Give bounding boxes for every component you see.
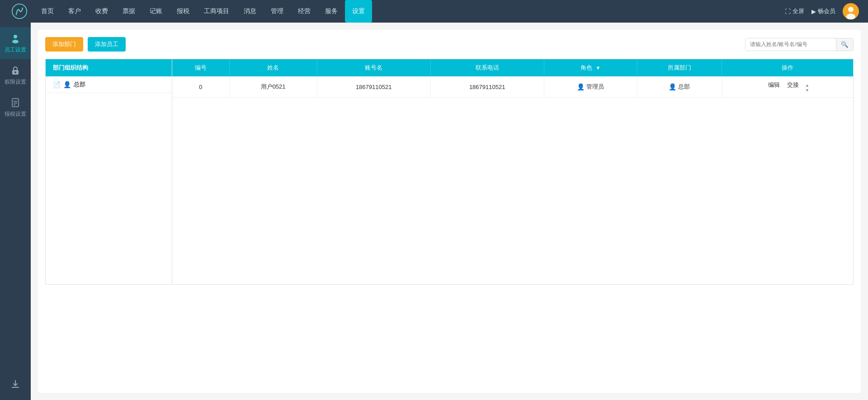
cell-phone: 18679110521 [430, 76, 544, 98]
search-input[interactable] [745, 38, 836, 50]
nav-bookkeep[interactable]: 记账 [142, 0, 170, 23]
cell-dept: 👤 总部 [637, 76, 722, 98]
vip-icon: ▶ [811, 8, 816, 15]
col-name: 姓名 [229, 59, 317, 76]
sidebar-item-download[interactable] [0, 373, 31, 395]
table-header-row: 编号 姓名 账号名 联系电话 角色 ▼ 所属部门 操作 [172, 59, 853, 76]
sidebar-item-employee[interactable]: 员工设置 [0, 27, 31, 59]
fullscreen-label: 全屏 [793, 7, 804, 15]
table-body: 0 用户0521 18679110521 18679110521 👤 管理员 👤… [172, 76, 853, 98]
nav-tax[interactable]: 报税 [170, 0, 197, 23]
nav-settings[interactable]: 设置 [345, 0, 372, 23]
table: 编号 姓名 账号名 联系电话 角色 ▼ 所属部门 操作 [172, 59, 853, 98]
main-layout: 员工设置 权限设置 报税设置 [0, 23, 868, 400]
two-column-layout: 部门组织结构 📄 👤 总部 编号 姓名 账号名 [45, 59, 854, 285]
col-role: 角色 ▼ [544, 59, 637, 76]
person-icon [9, 33, 21, 44]
search-button[interactable]: 🔍 [836, 38, 853, 51]
lock-icon [9, 65, 21, 76]
dept-tree-item[interactable]: 📄 👤 总部 [46, 76, 172, 93]
sidebar-label-taxreport: 报税设置 [5, 110, 26, 118]
table-row: 0 用户0521 18679110521 18679110521 👤 管理员 👤… [172, 76, 853, 98]
role-filter-icon[interactable]: ▼ [595, 65, 600, 71]
table-head: 编号 姓名 账号名 联系电话 角色 ▼ 所属部门 操作 [172, 59, 853, 76]
nav-manage[interactable]: 管理 [264, 0, 291, 23]
user-avatar[interactable] [843, 3, 859, 19]
col-dept: 所属部门 [637, 59, 722, 76]
scroll-up-icon[interactable]: ▲ [805, 83, 810, 88]
sidebar-label-permission: 权限设置 [5, 78, 26, 86]
dept-name: 总部 [678, 83, 690, 91]
cell-role: 👤 管理员 [544, 76, 637, 98]
department-tree: 部门组织结构 📄 👤 总部 [45, 59, 172, 285]
sidebar-item-taxreport[interactable]: 报税设置 [0, 91, 31, 123]
svg-rect-12 [12, 387, 19, 388]
toolbar: 添加部门 添加员工 🔍 [45, 37, 854, 52]
transfer-action[interactable]: 交接 [787, 81, 799, 88]
svg-point-2 [848, 7, 854, 12]
search-box: 🔍 [745, 38, 854, 51]
dept-file-icon: 📄 [53, 81, 61, 88]
vip-button[interactable]: ▶ 畅会员 [811, 7, 835, 15]
add-employee-button[interactable]: 添加员工 [88, 37, 126, 52]
report-icon [9, 97, 21, 108]
nav-business[interactable]: 工商项目 [197, 0, 236, 23]
cell-id: 0 [172, 76, 229, 98]
toolbar-left: 添加部门 添加员工 [45, 37, 126, 52]
main-content: 添加部门 添加员工 🔍 部门组织结构 📄 👤 [31, 23, 868, 400]
dept-user-icon: 👤 [63, 81, 71, 88]
logo[interactable] [5, 3, 34, 19]
col-phone: 联系电话 [430, 59, 544, 76]
employee-table: 编号 姓名 账号名 联系电话 角色 ▼ 所属部门 操作 [172, 59, 854, 285]
col-account: 账号名 [317, 59, 430, 76]
dept-tree-header: 部门组织结构 [46, 59, 172, 76]
nav-right: ⛶ 全屏 ▶ 畅会员 [785, 3, 859, 19]
nav-fee[interactable]: 收费 [88, 0, 115, 23]
fullscreen-icon: ⛶ [785, 8, 791, 15]
top-navigation: 首页 客户 收费 票据 记账 报税 工商项目 消息 管理 经营 服务 设置 ⛶ … [0, 0, 868, 23]
sidebar-bottom [0, 373, 31, 400]
nav-service[interactable]: 服务 [318, 0, 345, 23]
col-action: 操作 [722, 59, 853, 76]
row-scroll-control[interactable]: ▲ ▼ [805, 83, 810, 93]
dept-item-name: 总部 [74, 80, 85, 89]
fullscreen-button[interactable]: ⛶ 全屏 [785, 7, 804, 15]
dept-user-icon: 👤 [669, 83, 676, 90]
col-id: 编号 [172, 59, 229, 76]
search-icon: 🔍 [841, 41, 849, 48]
sidebar-item-permission[interactable]: 权限设置 [0, 59, 31, 91]
sidebar: 员工设置 权限设置 报税设置 [0, 23, 31, 400]
cell-actions: 编辑 交接 ▲ ▼ [722, 76, 853, 98]
cell-account: 18679110521 [317, 76, 430, 98]
edit-action[interactable]: 编辑 [768, 81, 780, 88]
svg-point-5 [12, 40, 19, 43]
vip-label: 畅会员 [818, 7, 835, 15]
nav-home[interactable]: 首页 [34, 0, 61, 23]
content-card: 添加部门 添加员工 🔍 部门组织结构 📄 👤 [38, 30, 861, 393]
scroll-down-icon[interactable]: ▼ [805, 88, 810, 93]
download-icon [9, 378, 21, 390]
svg-point-7 [14, 71, 16, 73]
nav-message[interactable]: 消息 [236, 0, 264, 23]
sidebar-label-employee: 员工设置 [5, 46, 26, 54]
nav-operation[interactable]: 经营 [291, 0, 318, 23]
nav-customer[interactable]: 客户 [61, 0, 88, 23]
nav-menu: 首页 客户 收费 票据 记账 报税 工商项目 消息 管理 经营 服务 设置 [34, 0, 785, 23]
svg-rect-8 [12, 99, 19, 107]
add-department-button[interactable]: 添加部门 [45, 37, 83, 52]
role-name: 管理员 [586, 83, 604, 91]
svg-point-4 [14, 35, 17, 38]
role-user-icon: 👤 [577, 83, 585, 90]
nav-ticket[interactable]: 票据 [115, 0, 142, 23]
cell-name: 用户0521 [229, 76, 317, 98]
